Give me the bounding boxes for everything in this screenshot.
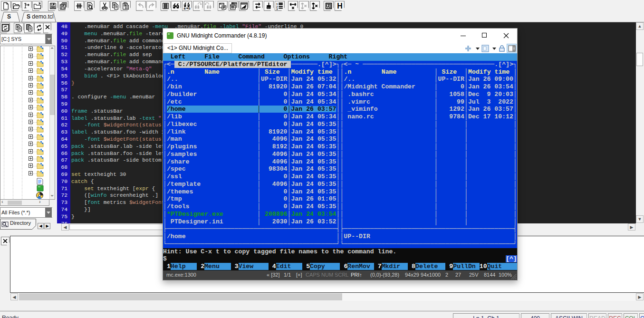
svg-text:a: a xyxy=(184,7,186,10)
svg-text:H: H xyxy=(337,2,343,10)
svg-text:b: b xyxy=(188,7,190,10)
svg-text:3: 3 xyxy=(276,8,278,10)
